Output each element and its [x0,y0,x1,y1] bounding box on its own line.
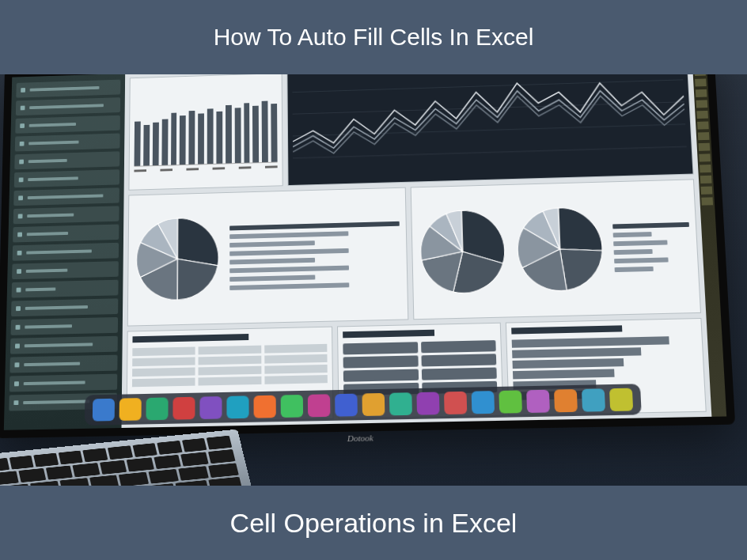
hbar [512,358,624,369]
sidebar-row [12,261,119,279]
dock-app-icon [609,388,633,411]
sidebar-row [13,206,119,224]
pie-panel-2 [411,179,701,320]
laptop-illustration: Dotook [0,74,747,486]
sidebar-row [13,243,119,261]
bottom-banner: Cell Operations in Excel [0,486,747,560]
dock-app-icon [362,393,385,416]
sidebar-row [14,169,119,187]
bar-chart [135,87,278,167]
sidebar-row [16,97,120,115]
laptop: Dotook [0,74,747,486]
dock-app-icon [472,391,495,414]
buttons-header [343,330,434,339]
bar-chart-ticks [134,165,277,172]
dock-app-icon [254,395,276,418]
sidebar-row [13,225,119,243]
sidebar-row [16,80,120,98]
dock-app-icon [226,395,248,418]
pie-chart-2 [418,207,507,296]
dock-app-icon [173,397,195,420]
hbar [513,369,615,379]
pie-chart-1 [135,215,220,302]
sidebar-row [9,355,117,373]
dock-app-icon [416,392,439,415]
dashboard-main [122,74,712,428]
sidebar-row [9,374,117,392]
dock-app-icon [335,394,358,417]
dock-app-icon [499,390,522,413]
dock-app-icon [554,389,578,412]
top-banner-text: How To Auto Fill Cells In Excel [214,24,534,51]
line-chart-panel [286,74,693,186]
dock-app-icon [146,397,168,420]
pie-panel-1 [127,187,409,327]
pie-2-legend [612,221,692,271]
screen-bezel: Dotook [0,74,735,438]
pie-row [127,179,701,326]
laptop-brand: Dotook [347,433,374,443]
table-header [132,334,248,342]
dock-app-icon [199,396,222,419]
pie-chart-3 [514,205,605,293]
sidebar-row [10,317,118,335]
top-banner: How To Auto Fill Cells In Excel [0,0,747,74]
dock-app-icon [526,390,550,413]
sidebar-row [10,336,118,354]
sidebar-row [13,187,119,206]
dock-app-icon [281,395,303,418]
screen [4,74,726,430]
bottom-banner-text: Cell Operations in Excel [230,508,518,539]
sidebar-row [12,280,119,298]
dock-app-icon [582,388,605,411]
sidebar-row [11,298,118,316]
keyboard [0,429,253,486]
hbar [511,336,669,348]
sidebar-row [15,133,120,151]
svg-line-3 [293,146,686,158]
pie-1-table [229,221,400,289]
dock-app-icon [93,399,115,422]
dock-app-icon [444,392,467,414]
dock-app-icon [389,392,412,415]
line-chart [292,74,688,180]
sidebar-row [14,151,119,169]
sidebar [4,74,125,430]
dock-app-icon [119,398,142,421]
bar-chart-panel [128,74,282,191]
hbar-header [511,325,622,334]
dock-app-icon [308,394,331,417]
svg-line-0 [292,80,683,93]
sidebar-row [15,115,120,134]
hbar [512,347,642,358]
